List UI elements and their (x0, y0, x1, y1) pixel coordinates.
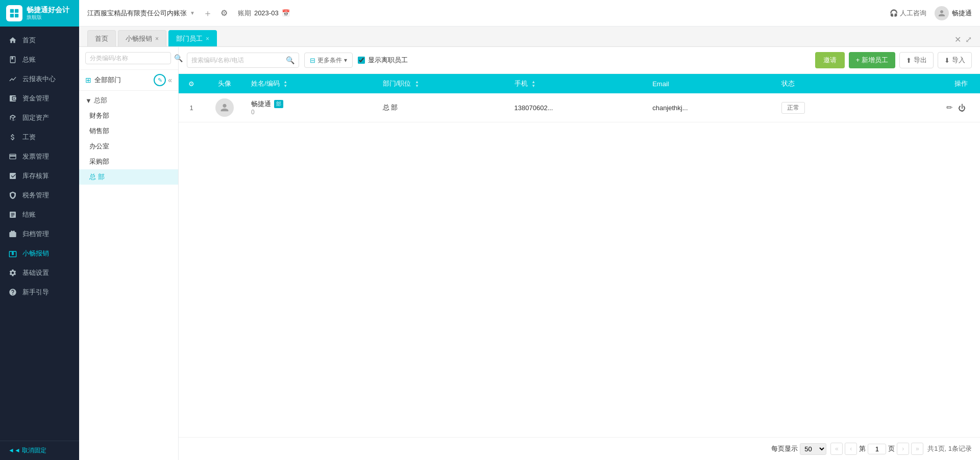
tab-department-label: 部门员工 (176, 34, 203, 43)
dept-item-bangong-label: 办公室 (89, 142, 109, 150)
page-input[interactable] (868, 444, 886, 454)
col-settings[interactable]: ⚙ (179, 74, 204, 93)
sidebar-item-inventory-label: 库存核算 (22, 171, 49, 181)
period-selector[interactable]: 账期 2023-03 📅 (238, 9, 290, 18)
sidebar-item-ledger[interactable]: 总账 (0, 50, 79, 69)
dept-item-zongbu2-label: 总 部 (89, 173, 105, 181)
sidebar-item-settings[interactable]: 基础设置 (0, 263, 79, 283)
home-icon (8, 36, 17, 45)
dept-item-bangong[interactable]: 办公室 (79, 139, 178, 154)
user-menu[interactable]: 畅捷通 (935, 6, 972, 20)
export-button[interactable]: ⬆ 导出 (899, 52, 934, 68)
sidebar-item-archive[interactable]: 归档管理 (0, 224, 79, 244)
dept-item-zongbu-parent[interactable]: ▼ 总部 (79, 93, 178, 108)
sidebar-item-closing[interactable]: 结账 (0, 205, 79, 224)
row-name-cell: 畅捷通 部 0 (245, 93, 377, 122)
sidebar-item-assets[interactable]: 固定资产 (0, 108, 79, 127)
employee-table: ⚙ 头像 姓名/编码 ▲▼ 部门/职位 ▲▼ (179, 74, 980, 122)
show-resigned-checkbox[interactable] (358, 57, 365, 64)
sidebar-item-funds[interactable]: 资金管理 (0, 89, 79, 108)
tab-department[interactable]: 部门员工 × (168, 30, 217, 46)
sidebar-item-reports-label: 云报表中心 (22, 74, 56, 84)
tab-department-close[interactable]: × (206, 35, 209, 42)
col-dept-sort: ▲▼ (415, 80, 419, 88)
tab-actions: ✕ ⤢ (954, 35, 972, 46)
edit-button[interactable]: ✏ (946, 103, 953, 112)
dept-header: ⊞ 全部部门 ✎ « (79, 70, 178, 91)
show-resigned-label[interactable]: 显示离职员工 (358, 56, 408, 65)
company-selector[interactable]: 江西服宝精品有限责任公司内账张 ▼ (87, 9, 195, 18)
service-button[interactable]: 🎧 人工咨询 (890, 9, 926, 18)
sidebar-pin-toggle[interactable]: ◄◄ 取消固定 (0, 441, 79, 460)
dept-item-caigou[interactable]: 采购部 (79, 154, 178, 169)
content-area: 🔍 ⊞ 全部部门 ✎ « ▼ 总部 财务部 销售部 (79, 47, 980, 460)
dept-item-zongbu-label: 总部 (94, 96, 107, 105)
row-num: 1 (179, 93, 204, 122)
col-avatar-header: 头像 (204, 74, 245, 93)
employee-search-icon[interactable]: 🔍 (286, 56, 295, 64)
col-phone-sort: ▲▼ (531, 80, 535, 88)
tab-close-all-icon[interactable]: ✕ (954, 35, 961, 44)
logo-subtitle: 旗舰版 (27, 14, 69, 21)
per-page-select[interactable]: 50 10 20 100 (800, 443, 826, 455)
dept-item-caiwu[interactable]: 财务部 (79, 108, 178, 123)
prev-page-button[interactable]: ‹ (845, 443, 857, 455)
svg-rect-0 (10, 9, 14, 13)
grid-icon: ⊞ (85, 76, 91, 84)
all-dept-label: 全部部门 (94, 75, 121, 85)
add-company-button[interactable]: ＋ (201, 7, 214, 19)
sidebar-item-payroll[interactable]: 工资 (0, 127, 79, 147)
sidebar-item-home[interactable]: 首页 (0, 31, 79, 50)
filter-icon: ⊟ (310, 57, 315, 64)
dept-search-input[interactable] (85, 52, 171, 64)
first-page-button[interactable]: « (830, 443, 843, 455)
sidebar-item-expense[interactable]: 小畅报销 (0, 244, 79, 263)
show-resigned-text: 显示离职员工 (368, 56, 408, 65)
topbar-right: 🎧 人工咨询 畅捷通 (890, 6, 972, 20)
col-phone-header[interactable]: 手机 ▲▼ (508, 74, 647, 93)
add-employee-button[interactable]: + 新增员工 (849, 52, 895, 68)
sidebar-item-guide[interactable]: 新手引导 (0, 283, 79, 302)
dept-item-xiaoshou-label: 销售部 (89, 127, 109, 135)
sidebar-item-reports[interactable]: 云报表中心 (0, 69, 79, 89)
row-email: chanjethkj... (646, 93, 775, 122)
dept-collapse-icon[interactable]: « (168, 76, 172, 84)
dept-edit-button[interactable]: ✎ (154, 74, 166, 86)
last-page-button[interactable]: » (911, 443, 923, 455)
tab-home[interactable]: 首页 (87, 30, 116, 46)
filter-button[interactable]: ⊟ 更多条件 ▾ (304, 53, 353, 68)
export-label: 导出 (914, 56, 927, 65)
dept-tree: ▼ 总部 财务部 销售部 办公室 采购部 总 部 (79, 91, 178, 460)
col-dept-header[interactable]: 部门/职位 ▲▼ (377, 74, 508, 93)
next-page-button[interactable]: › (897, 443, 909, 455)
period-label: 账期 (238, 9, 251, 18)
tab-expense-label: 小畅报销 (126, 34, 152, 43)
sidebar: 畅捷通好会计 旗舰版 首页 总账 云报表中心 资金管理 (0, 0, 79, 460)
col-action-header: 操作 (872, 74, 980, 93)
logout-button[interactable]: ⏻ (958, 104, 966, 112)
dept-item-xiaoshou[interactable]: 销售部 (79, 123, 178, 139)
coin-icon (8, 133, 17, 142)
sidebar-item-invoice[interactable]: 发票管理 (0, 147, 79, 166)
col-email-header: Email (646, 74, 775, 93)
topbar-settings-icon[interactable]: ⚙ (220, 8, 228, 18)
dept-item-zongbu2[interactable]: 总 部 (79, 169, 178, 185)
col-name-header[interactable]: 姓名/编码 ▲▼ (245, 74, 377, 93)
employee-name: 畅捷通 部 (251, 99, 371, 109)
import-button[interactable]: ⬇ 导入 (938, 52, 972, 68)
employee-search-input[interactable] (191, 57, 286, 64)
employee-name-text: 畅捷通 (251, 99, 271, 109)
sidebar-item-closing-label: 结账 (22, 210, 36, 219)
sidebar-item-payroll-label: 工资 (22, 133, 36, 142)
sidebar-item-tax[interactable]: 税务管理 (0, 186, 79, 205)
dept-item-caigou-label: 采购部 (89, 158, 109, 165)
sidebar-item-inventory[interactable]: 库存核算 (0, 166, 79, 186)
archive-icon (8, 229, 17, 239)
filter-label: 更多条件 (317, 56, 342, 65)
tab-maximize-icon[interactable]: ⤢ (965, 35, 972, 44)
sidebar-item-assets-label: 固定资产 (22, 113, 49, 122)
tab-expense-close[interactable]: × (155, 35, 159, 42)
svg-rect-1 (15, 9, 18, 13)
invite-button[interactable]: 邀请 (815, 52, 845, 68)
tab-expense[interactable]: 小畅报销 × (118, 30, 166, 46)
